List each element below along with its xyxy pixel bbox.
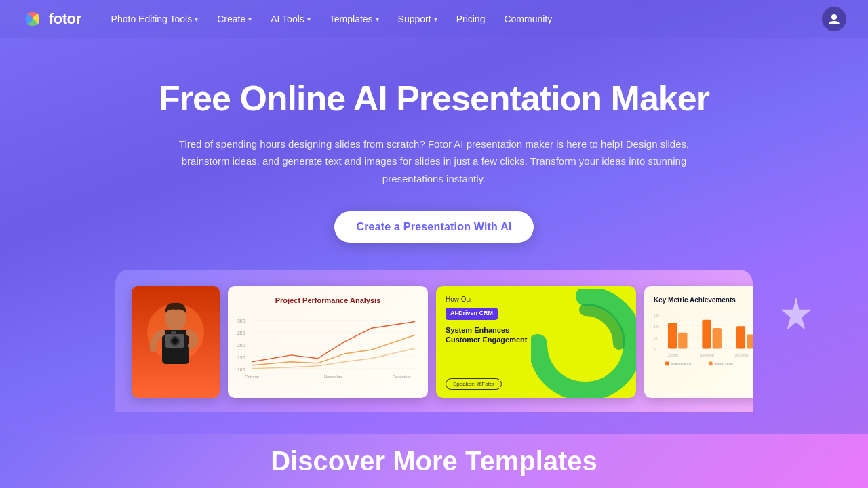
nav-templates[interactable]: Templates ▾ [321,9,387,28]
slide-card-2: Project Performance Analysis 300 250 200… [228,286,428,398]
slide2-chart: 300 250 200 150 100 [237,311,418,386]
svg-text:150: 150 [654,314,659,317]
svg-text:150: 150 [237,354,245,359]
slide4-chart: 150 100 50 0 [654,308,753,376]
svg-text:October: October [245,375,259,379]
svg-text:100: 100 [237,367,245,371]
hero-section: Free Online AI Presentation Maker Tired … [0,38,868,270]
nav-community[interactable]: Community [496,9,560,28]
svg-rect-42 [709,362,713,366]
discover-section: Discover More Templates [0,434,868,488]
navbar: fotor Photo Editing Tools ▾ Create ▾ AI … [0,0,868,38]
slide3-title: AI-Driven CRM [446,306,627,323]
user-icon [827,12,841,26]
hero-title: Free Online AI Presentation Maker [14,79,854,119]
nav-ai-tools[interactable]: AI Tools ▾ [262,9,319,28]
svg-text:300: 300 [237,319,245,323]
logo[interactable]: fotor [22,8,81,30]
svg-text:200: 200 [237,343,245,348]
slide3-subtitle2: Customer Engagement [446,335,627,344]
slide3-badge: AI-Driven CRM [446,308,498,320]
svg-point-2 [831,14,837,20]
chevron-icon: ▾ [195,16,198,23]
nav-create[interactable]: Create ▾ [209,9,260,28]
svg-point-8 [172,338,178,344]
svg-rect-9 [171,331,176,335]
chevron-icon: ▾ [376,16,379,23]
nav-photo-editing[interactable]: Photo Editing Tools ▾ [103,9,207,28]
svg-rect-40 [665,362,669,366]
svg-text:0: 0 [654,349,656,352]
svg-rect-34 [713,328,722,348]
chevron-icon: ▾ [248,16,252,23]
logo-icon [22,8,43,30]
slide2-title: Project Performance Analysis [237,296,418,305]
svg-text:November: November [700,354,715,357]
svg-rect-36 [747,335,753,349]
svg-text:November: November [324,375,342,379]
svg-rect-33 [702,320,711,349]
slides-row: Presentation [115,286,753,398]
slide-card-1: Presentation [132,286,220,398]
chevron-icon: ▾ [307,16,311,23]
svg-text:100: 100 [654,325,659,329]
svg-text:50: 50 [654,337,658,340]
person-illustration [145,295,206,390]
discover-title: Discover More Templates [271,446,597,476]
svg-rect-31 [668,323,677,349]
nav-items: Photo Editing Tools ▾ Create ▾ AI Tools … [103,9,822,28]
svg-text:December: December [393,375,411,379]
svg-rect-35 [736,327,745,349]
star-decoration [778,296,814,339]
svg-text:December: December [734,354,749,357]
svg-text:October: October [667,354,678,357]
slide3-intro: How Our [446,296,627,303]
hero-subtitle: Tired of spending hours designing slides… [176,136,692,188]
slide4-title: Key Metric Achievements [654,296,753,304]
svg-rect-32 [678,333,687,349]
logo-text: fotor [49,10,81,28]
svg-text:sales revenue: sales revenue [671,363,692,367]
slide3-speaker: Speaker: @Fotor [446,378,502,390]
svg-text:market share: market share [714,363,733,367]
cta-button[interactable]: Create a Presentation With AI [334,211,533,243]
slide-card-4: Key Metric Achievements 150 100 50 0 [644,286,753,398]
slide-card-3: How Our AI-Driven CRM System Enhances Cu… [436,286,636,398]
svg-text:250: 250 [237,331,245,336]
nav-pricing[interactable]: Pricing [448,9,494,28]
chevron-icon: ▾ [434,16,437,23]
user-avatar-button[interactable] [822,7,846,31]
nav-support[interactable]: Support ▾ [390,9,446,28]
slide3-subtitle1: System Enhances [446,325,627,335]
preview-section: Presentation [115,270,753,412]
